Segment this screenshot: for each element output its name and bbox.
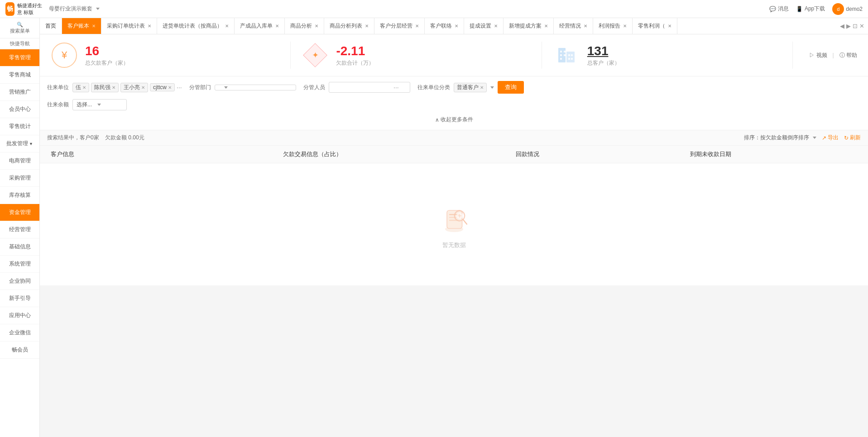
- sidebar-item-purchase[interactable]: 采购管理: [0, 170, 39, 187]
- tab-purchase-order[interactable]: 采购订单统计表 ✕: [101, 18, 157, 34]
- stats-top-right: ▷ 视频 | ⓘ 帮助: [804, 52, 857, 59]
- next-tab-icon[interactable]: ▶: [846, 23, 851, 29]
- tab-retail-profit[interactable]: 零售利润（ ✕: [633, 18, 677, 34]
- tab-close-icon[interactable]: ✕: [148, 24, 151, 28]
- stat-icon-1: ¥: [51, 42, 78, 69]
- dept-select[interactable]: [215, 85, 296, 90]
- user-profile[interactable]: d demo2: [832, 3, 863, 15]
- tab-close-icon[interactable]: ✕: [225, 24, 229, 28]
- sidebar-item-enterprise-wechat[interactable]: 企业微信: [0, 324, 39, 342]
- tab-close-icon[interactable]: ✕: [315, 24, 318, 28]
- tab-close-icon[interactable]: ✕: [584, 24, 587, 28]
- tab-business-status[interactable]: 经营情况 ✕: [554, 18, 593, 34]
- balance-select[interactable]: 选择...: [72, 99, 127, 110]
- tab-close-icon[interactable]: ✕: [623, 24, 627, 28]
- sidebar-item-marketing[interactable]: 营销推广: [0, 84, 39, 101]
- video-action[interactable]: ▷ 视频: [809, 52, 827, 59]
- export-btn[interactable]: ↗ 导出: [822, 134, 839, 142]
- sidebar-item-member[interactable]: 会员中心: [0, 101, 39, 118]
- tab-customer-layered[interactable]: 客户分层经营 ✕: [374, 18, 425, 34]
- sidebar-item-retail-mall[interactable]: 零售商城: [0, 66, 39, 84]
- more-tags-icon[interactable]: ···: [177, 84, 182, 91]
- sidebar-search[interactable]: 🔍 搜索菜单: [0, 18, 39, 38]
- tab-close-icon[interactable]: ✕: [668, 24, 671, 28]
- tab-customer-contact[interactable]: 客户联络 ✕: [425, 18, 464, 34]
- tab-home-label: 首页: [45, 22, 56, 30]
- sidebar-item-chang-member[interactable]: 畅会员: [0, 342, 39, 359]
- col-customer-info: 客户信息: [47, 150, 279, 158]
- tab-purchase-order-label: 采购订单统计表: [107, 22, 145, 30]
- close-all-tabs-icon[interactable]: ✕: [859, 23, 864, 29]
- tab-goods-analysis-list[interactable]: 商品分析列表 ✕: [324, 18, 374, 34]
- tab-profit-report-label: 利润报告: [599, 22, 620, 30]
- tab-home[interactable]: 首页: [40, 18, 62, 34]
- prev-tab-icon[interactable]: ◀: [840, 23, 844, 29]
- sidebar-item-ecommerce[interactable]: 电商管理: [0, 152, 39, 170]
- tab-close-icon[interactable]: ✕: [92, 24, 96, 28]
- expand-tabs-icon[interactable]: ⊡: [853, 23, 858, 29]
- sidebar-item-basic-info[interactable]: 基础信息: [0, 238, 39, 256]
- sidebar-item-app-center-label: 应用中心: [2, 312, 38, 319]
- refresh-btn[interactable]: ↻ 刷新: [844, 134, 861, 142]
- tag-wang-close-icon[interactable]: ✕: [141, 85, 145, 90]
- query-button[interactable]: 查询: [498, 81, 524, 94]
- tab-finished-goods[interactable]: 产成品入库单 ✕: [235, 18, 285, 34]
- tag-normal-close-icon[interactable]: ✕: [480, 85, 484, 90]
- unit-tag-cjttcw[interactable]: cjttcw ✕: [150, 83, 175, 91]
- sidebar-item-finance[interactable]: 资金管理: [0, 204, 39, 221]
- sidebar-item-inventory[interactable]: 库存核算: [0, 187, 39, 204]
- sidebar-item-enterprise[interactable]: 企业协同: [0, 273, 39, 290]
- sidebar-item-guide[interactable]: 新手引导: [0, 290, 39, 307]
- empty-state: 暂无数据: [40, 163, 868, 285]
- sidebar-item-system[interactable]: 系统管理: [0, 256, 39, 273]
- tab-goods-analysis-list-label: 商品分析列表: [330, 22, 362, 30]
- video-label: 视频: [816, 52, 827, 58]
- tab-profit-report[interactable]: 利润报告 ✕: [593, 18, 633, 34]
- balance-arrow-icon: [97, 104, 101, 106]
- svg-rect-11: [571, 58, 573, 60]
- unit-class-tag-normal[interactable]: 普通客户 ✕: [454, 83, 487, 92]
- sidebar-item-app-center[interactable]: 应用中心: [0, 307, 39, 324]
- col-debt-info: 欠款交易信息（占比）: [279, 150, 512, 158]
- tab-close-icon[interactable]: ✕: [494, 24, 498, 28]
- person-select[interactable]: ···: [329, 82, 410, 93]
- tab-close-icon[interactable]: ✕: [544, 24, 548, 28]
- tab-close-icon[interactable]: ✕: [275, 24, 279, 28]
- sidebar-item-wholesale[interactable]: 批发管理 ▼: [0, 135, 39, 152]
- tag-chen-close-icon[interactable]: ✕: [112, 85, 115, 90]
- star-icon: ✦: [312, 50, 319, 60]
- unit-tag-wang[interactable]: 王小亮 ✕: [120, 83, 148, 92]
- tab-close-icon[interactable]: ✕: [415, 24, 419, 28]
- building-icon: [554, 43, 579, 67]
- industry-select[interactable]: 母婴行业演示账套: [49, 5, 100, 13]
- filter-row-2: 往来余额 选择...: [47, 97, 861, 110]
- sidebar-item-retail-stats[interactable]: 零售统计: [0, 118, 39, 135]
- sidebar-quick-nav[interactable]: 快捷导航: [0, 38, 39, 49]
- tab-commission-settings[interactable]: 提成设置 ✕: [464, 18, 504, 34]
- collapse-btn[interactable]: ∧ 收起更多条件: [430, 114, 479, 125]
- tab-close-icon[interactable]: ✕: [455, 24, 458, 28]
- app-download-action[interactable]: 📱 App下载: [796, 5, 825, 13]
- sort-select[interactable]: 排序：按欠款金额倒序排序: [744, 134, 816, 142]
- tab-goods-analysis[interactable]: 商品分析 ✕: [285, 18, 324, 34]
- collapse-row: ∧ 收起更多条件: [47, 114, 861, 125]
- unit-tag-wu[interactable]: 伍 ✕: [72, 83, 89, 92]
- help-icon: ⓘ: [839, 52, 846, 58]
- tab-add-commission[interactable]: 新增提成方案 ✕: [504, 18, 554, 34]
- tag-cjttcw-close-icon[interactable]: ✕: [168, 85, 172, 90]
- balance-placeholder: 选择...: [77, 101, 92, 109]
- help-action[interactable]: ⓘ 帮助: [839, 52, 857, 59]
- sidebar-search-label: 搜索菜单: [4, 28, 36, 34]
- sidebar-item-operations[interactable]: 经营管理: [0, 221, 39, 238]
- sidebar-item-retail[interactable]: 零售管理: [0, 49, 39, 66]
- tag-cjttcw-text: cjttcw: [153, 84, 167, 90]
- unit-class-filter-label: 往来单位分类: [417, 84, 450, 91]
- unit-tag-chen[interactable]: 陈民强 ✕: [91, 83, 119, 92]
- yen-icon: ¥: [58, 49, 71, 62]
- tab-purchase-stats[interactable]: 进货单统计表（按商品） ✕: [157, 18, 235, 34]
- dept-arrow-icon: [224, 86, 228, 89]
- message-action[interactable]: 💬 消息: [769, 5, 789, 13]
- tab-close-icon[interactable]: ✕: [365, 24, 369, 28]
- tag-wu-close-icon[interactable]: ✕: [82, 85, 86, 90]
- tab-customer-ledger[interactable]: 客户账本 ✕: [62, 18, 101, 34]
